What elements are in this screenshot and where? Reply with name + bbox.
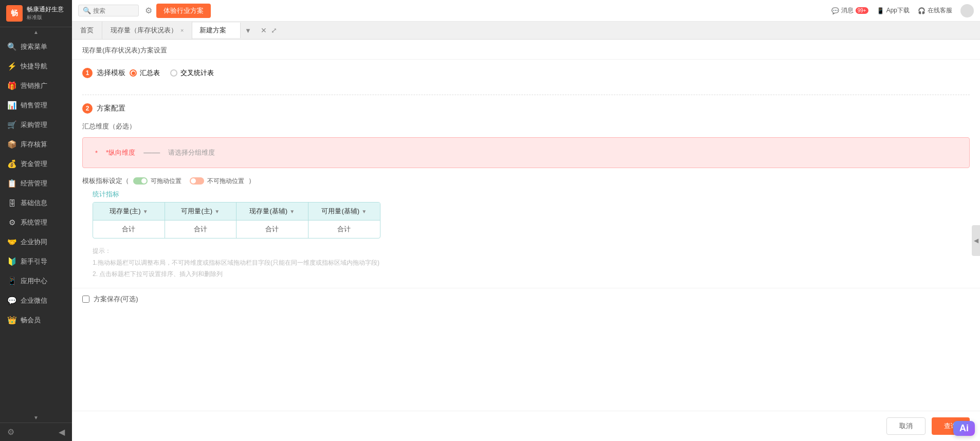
summary-dimension-label: 汇总维度（必选） [82,122,970,131]
purchase-icon: 🛒 [7,120,16,130]
indicator-setting-label: 模板指标设定（ [82,176,129,186]
search-icon: 🔍 [7,42,16,51]
sales-icon: 📊 [7,101,16,110]
required-star: * [95,149,98,157]
message-button[interactable]: 💬 消息 99+ [831,6,868,15]
sidebar-bottom: ⚙ ◀ [0,422,72,441]
ai-badge[interactable]: Ai [953,421,975,436]
main-area: 🔍 ⚙ 体验行业方案 💬 消息 99+ 📱 App下载 🎧 在线客服 [72,0,980,441]
draggable-toggle[interactable] [133,177,148,185]
save-checkbox[interactable] [82,296,89,303]
tab-inventory-close[interactable]: × [180,27,184,33]
settings-icon[interactable]: ⚙ [7,427,14,437]
sidebar-item-purchase[interactable]: 🛒 采购管理 [0,115,72,135]
stat-header-cell-1[interactable]: 可用量(主) ▼ [165,203,237,220]
sidebar-item-sales[interactable]: 📊 销售管理 [0,96,72,115]
sidebar: 畅 畅康通好生意 标准版 ▲ 🔍 搜索菜单 ⚡ 快捷导航 🎁 营销推广 📊 销售… [0,0,72,441]
app-version: 标准版 [27,14,64,21]
phone-icon: 📱 [877,7,884,14]
online-service-button[interactable]: 🎧 在线客服 [918,6,952,15]
sidebar-item-finance[interactable]: 💰 资金管理 [0,154,72,174]
tips-section: 提示： 1.拖动标题栏可以调整布局，不可跨维度或指标区域拖动栏目字段(只能在同一… [82,247,970,280]
bottom-buttons: 取消 查询 [72,411,980,441]
dimension-box[interactable]: * *纵向维度 —— 请选择分组维度 [82,137,970,168]
radio-summary-circle [130,69,137,77]
sidebar-item-inventory[interactable]: 📦 库存核算 [0,135,72,154]
sidebar-logo: 畅 畅康通好生意 标准版 [0,0,72,27]
radio-summary[interactable]: 汇总表 [130,68,160,78]
trial-button[interactable]: 体验行业方案 [156,4,211,18]
sidebar-item-new-guide[interactable]: 🔰 新手引导 [0,252,72,271]
tab-home[interactable]: 首页 [72,22,102,39]
headset-icon: 🎧 [918,7,925,14]
header-dropdown-icon-0: ▼ [143,209,148,214]
finance-icon: 💰 [7,159,16,169]
marketing-icon: 🎁 [7,81,16,90]
message-badge: 99+ [856,7,868,14]
dimension-placeholder: 请选择分组维度 [168,148,215,157]
search-input[interactable] [93,7,134,14]
sidebar-scroll-up[interactable]: ▲ [0,27,72,37]
step2-title: 方案配置 [97,104,125,113]
gear-icon[interactable]: ⚙ [145,6,152,15]
cancel-button[interactable]: 取消 [886,417,925,435]
step2-header: 2 方案配置 [82,103,970,114]
stat-header-cell-0[interactable]: 现存量(主) ▼ [93,203,165,220]
tips-title: 提示： [93,247,959,255]
header-dropdown-icon-3: ▼ [361,209,367,214]
sidebar-nav: 🔍 搜索菜单 ⚡ 快捷导航 🎁 营销推广 📊 销售管理 🛒 采购管理 📦 库存核… [0,37,72,413]
not-draggable-toggle-item: 不可拖动位置 [190,177,244,186]
stat-table-header: 现存量(主) ▼ 可用量(主) ▼ 现存量(基辅) ▼ 可用量(基辅) [93,203,380,220]
logo-icon: 畅 [6,5,23,22]
sidebar-item-app-center[interactable]: 📱 应用中心 [0,271,72,291]
not-draggable-toggle[interactable] [190,177,204,185]
dimension-arrow: —— [143,148,160,157]
sidebar-item-search[interactable]: 🔍 搜索菜单 [0,37,72,57]
tab-inventory-status[interactable]: 现存量（库存状况表） × [102,22,192,39]
sidebar-item-cooperation[interactable]: 🤝 企业协同 [0,232,72,252]
app-download-button[interactable]: 📱 App下载 [877,6,910,15]
app-name: 畅康通好生意 [27,6,64,14]
stat-table: 现存量(主) ▼ 可用量(主) ▼ 现存量(基辅) ▼ 可用量(基辅) [93,202,380,238]
stat-cell-0-3: 合计 [308,220,380,238]
sidebar-item-quick-nav[interactable]: ⚡ 快捷导航 [0,57,72,76]
indicator-setting-row: 模板指标设定（ 可拖动位置 不可拖动位置 ） [82,176,970,186]
tab-new-scheme-close[interactable]: × [229,27,232,33]
stat-header-cell-2[interactable]: 现存量(基辅) ▼ [237,203,308,220]
sidebar-item-basic-info[interactable]: 🗄 基础信息 [0,193,72,213]
content-area: 现存量(库存状况表)方案设置 1 选择模板 汇总表 交叉统计表 [72,40,980,441]
cooperation-icon: 🤝 [7,237,16,247]
system-icon: ⚙ [7,218,16,227]
window-expand-btn[interactable]: ⤢ [270,26,278,34]
indicator-section: 统计指标 现存量(主) ▼ 可用量(主) ▼ 现存量(基辅) [82,190,970,247]
radio-cross[interactable]: 交叉统计表 [170,68,214,78]
template-radio-group: 汇总表 交叉统计表 [130,68,214,78]
tips-item-1: 2. 点击标题栏下拉可设置排序、插入列和删除列 [93,269,959,280]
collapse-icon[interactable]: ◀ [59,427,65,437]
dimension-vertical-label: *纵向维度 [106,148,135,157]
sidebar-item-enterprise-wechat[interactable]: 💬 企业微信 [0,291,72,310]
sidebar-item-system[interactable]: ⚙ 系统管理 [0,213,72,232]
sidebar-item-marketing[interactable]: 🎁 营销推广 [0,76,72,96]
window-close-btn[interactable]: ✕ [260,26,268,34]
step2-badge: 2 [82,103,93,114]
stat-table-row-0: 合计 合计 合计 合计 [93,220,380,238]
stat-cell-0-2: 合计 [237,220,308,238]
save-label: 方案保存(可选) [94,295,138,304]
sidebar-scroll-down[interactable]: ▼ [0,413,72,422]
header-dropdown-icon-1: ▼ [214,209,220,214]
header-dropdown-icon-2: ▼ [289,209,295,214]
sidebar-item-member[interactable]: 👑 畅会员 [0,310,72,330]
footer-save: 方案保存(可选) [72,288,980,310]
topbar-search-box[interactable]: 🔍 [78,5,139,16]
basic-info-icon: 🗄 [7,199,16,208]
stat-header-cell-3[interactable]: 可用量(基辅) ▼ [308,203,380,220]
sidebar-item-operations[interactable]: 📋 经营管理 [0,174,72,193]
user-avatar[interactable] [960,4,974,17]
stat-table-title: 统计指标 [93,190,959,199]
collapse-panel-btn[interactable]: ◀ [972,225,980,256]
tab-dropdown-icon[interactable]: ▼ [241,23,256,39]
topbar: 🔍 ⚙ 体验行业方案 💬 消息 99+ 📱 App下载 🎧 在线客服 [72,0,980,22]
stat-cell-0-1: 合计 [165,220,237,238]
tab-new-scheme[interactable]: 新建方案 × [192,23,240,38]
